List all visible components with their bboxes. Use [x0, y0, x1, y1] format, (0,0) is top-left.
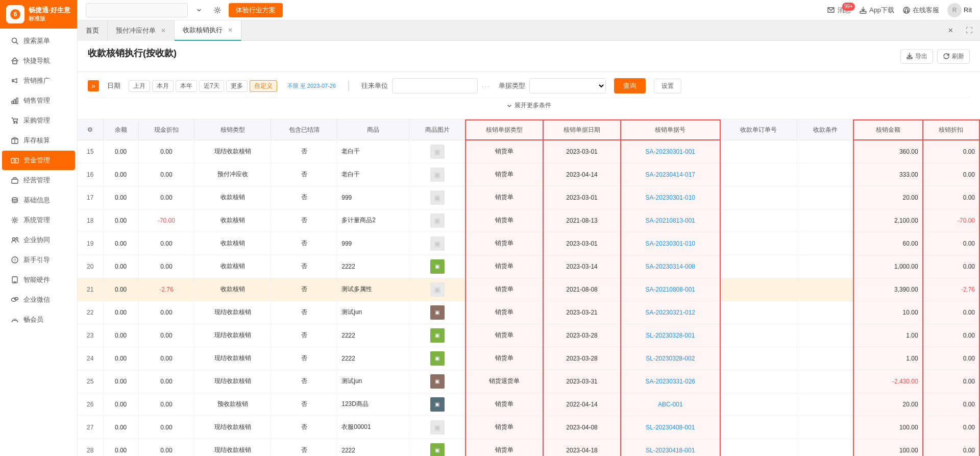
refresh-button[interactable]: 刷新: [937, 49, 970, 64]
expand-more-btn[interactable]: 展开更多条件: [88, 98, 970, 113]
bill-no-link[interactable]: SA-20230414-017: [646, 171, 695, 178]
bill-no-link[interactable]: SL-20230418-001: [646, 447, 695, 454]
date-prev-month-btn[interactable]: 上月: [129, 80, 150, 92]
solution-button[interactable]: 体验行业方案: [229, 3, 283, 17]
sidebar-item-finance[interactable]: 资金管理: [2, 151, 75, 170]
service-btn[interactable]: 在线客服: [902, 6, 939, 15]
sidebar-item-wechat[interactable]: 企业微信: [2, 290, 75, 309]
cell-cancel-amount: 20.00: [853, 393, 923, 416]
table-row: 24 0.00 0.00 现结收款核销 否 2222 ▣ 销货单 2023-03…: [78, 347, 979, 370]
bill-no-link[interactable]: SA-20230301-010: [646, 194, 695, 201]
cell-bill-no[interactable]: SA-20230321-012: [621, 301, 720, 324]
cell-bill-type: 销货单: [465, 209, 543, 232]
sidebar-item-search[interactable]: 搜索菜单: [2, 31, 75, 51]
cell-cash-discount: 0.00: [138, 324, 194, 347]
sidebar-item-system[interactable]: 系统管理: [2, 210, 75, 230]
cell-receipt-order-no: [720, 347, 797, 370]
cell-bill-date: 2023-03-14: [543, 255, 621, 278]
cell-bill-no[interactable]: SA-20230301-010: [621, 186, 720, 209]
date-more-btn[interactable]: 更多: [226, 80, 248, 92]
sidebar-item-base[interactable]: 基础信息: [2, 190, 75, 210]
cell-bill-no[interactable]: SL-20230328-001: [621, 324, 720, 347]
tab-home[interactable]: 首页: [78, 20, 108, 41]
close-window-btn[interactable]: ✕: [943, 23, 958, 38]
cell-bill-no[interactable]: SA-20230301-001: [621, 140, 720, 163]
bill-no-link[interactable]: SA-20230314-008: [646, 263, 695, 270]
app-download-btn[interactable]: App下载: [859, 6, 894, 15]
cell-product: 999: [337, 186, 409, 209]
sidebar-item-member[interactable]: V 畅会员: [2, 310, 75, 329]
bill-type-select[interactable]: [529, 78, 606, 93]
bill-no-link[interactable]: ABC-001: [658, 401, 683, 408]
bill-no-link[interactable]: SA-20230301-010: [646, 240, 695, 247]
svg-point-15: [12, 198, 17, 200]
svg-rect-27: [860, 11, 866, 13]
sidebar-item-inventory[interactable]: 库存核算: [2, 131, 75, 150]
sidebar-item-marketing[interactable]: 营销推广: [2, 71, 75, 90]
product-thumbnail: ▣: [430, 397, 445, 412]
sidebar-item-sales[interactable]: 销售管理: [2, 91, 75, 110]
filter-expand-arrow[interactable]: »: [88, 80, 99, 91]
cell-bill-no[interactable]: SL-20230418-001: [621, 439, 720, 456]
cell-bill-no[interactable]: SL-20230328-002: [621, 347, 720, 370]
cell-product-img: ▣: [409, 416, 465, 439]
bill-no-link[interactable]: SL-20230328-002: [646, 355, 695, 362]
box-icon: [10, 136, 19, 145]
user-avatar[interactable]: R Rit: [947, 3, 972, 17]
sidebar-item-quicknav[interactable]: 快捷导航: [2, 51, 75, 70]
guide-icon: ?: [10, 255, 19, 265]
maximize-window-btn[interactable]: ⛶: [962, 23, 976, 38]
bill-no-link[interactable]: SA-20230331-026: [646, 378, 695, 385]
topbar-search-input[interactable]: [86, 3, 188, 17]
topbar-settings-icon-btn[interactable]: [210, 3, 225, 17]
message-btn[interactable]: 消息 99+: [826, 6, 851, 15]
partner-input[interactable]: [392, 78, 478, 93]
tab-receipt-label: 收款核销执行: [183, 26, 223, 35]
svg-point-26: [216, 9, 219, 11]
bill-no-link[interactable]: SA-20210813-001: [646, 217, 695, 224]
tab-prepay-close[interactable]: ✕: [161, 27, 166, 34]
query-button[interactable]: 查询: [614, 78, 646, 93]
svg-rect-12: [11, 158, 18, 163]
tab-prepay[interactable]: 预付冲应付单 ✕: [108, 20, 175, 41]
date-this-year-btn[interactable]: 本年: [176, 80, 197, 92]
date-this-month-btn[interactable]: 本月: [152, 80, 174, 92]
cell-bill-no[interactable]: SA-20210808-001: [621, 278, 720, 301]
cell-cancel-amount: 60.00: [853, 232, 923, 255]
cell-bill-no[interactable]: SA-20230414-017: [621, 163, 720, 186]
cell-product: 测试jun: [337, 301, 409, 324]
tab-receipt[interactable]: 收款核销执行 ✕: [175, 20, 241, 41]
sidebar-item-operation[interactable]: 经营管理: [2, 171, 75, 190]
sidebar-item-purchase[interactable]: 采购管理: [2, 111, 75, 130]
bill-no-link[interactable]: SA-20210808-001: [646, 286, 695, 293]
sidebar-item-corp[interactable]: 企业协同: [2, 230, 75, 250]
cell-cancel-discount: 0.00: [923, 324, 979, 347]
sidebar-item-hardware[interactable]: 智能硬件: [2, 270, 75, 290]
bill-no-link[interactable]: SL-20230408-001: [646, 424, 695, 431]
cell-bill-no[interactable]: SL-20230408-001: [621, 416, 720, 439]
cell-balance: 0.00: [103, 324, 138, 347]
bill-no-link[interactable]: SL-20230328-001: [646, 332, 695, 339]
table-body: 15 0.00 0.00 现结收款核销 否 老白干 ▣ 销货单 2023-03-…: [78, 140, 979, 456]
bill-no-link[interactable]: SA-20230321-012: [646, 309, 695, 316]
cell-bill-no[interactable]: SA-20210813-001: [621, 209, 720, 232]
topbar-chevron-btn[interactable]: [192, 3, 206, 17]
sidebar-item-guide[interactable]: ? 新手引导: [2, 250, 75, 270]
cell-bill-no[interactable]: ABC-001: [621, 393, 720, 416]
cell-bill-no[interactable]: SA-20230331-026: [621, 370, 720, 393]
cell-product-img: ▣: [409, 209, 465, 232]
bill-no-link[interactable]: SA-20230301-001: [646, 148, 695, 155]
cell-cancel-amount: 3,390.00: [853, 278, 923, 301]
date-7days-btn[interactable]: 近7天: [199, 80, 224, 92]
date-custom-btn[interactable]: 自定义: [250, 80, 277, 92]
cell-receipt-order-no: [720, 255, 797, 278]
tab-receipt-close[interactable]: ✕: [228, 27, 233, 34]
table-container[interactable]: ⚙ 余额 现金折扣 核销类型 包含已结清 商品 商品图片 核销单据类型 核销单据…: [78, 119, 980, 456]
cell-bill-no[interactable]: SA-20230314-008: [621, 255, 720, 278]
settings-button[interactable]: 设置: [654, 79, 681, 93]
cell-bill-type: 销货单: [465, 278, 543, 301]
cell-bill-no[interactable]: SA-20230301-010: [621, 232, 720, 255]
cell-cancel-type: 预付冲应收: [194, 163, 271, 186]
sidebar-logo-text: 畅捷通·好生意 标准版: [29, 6, 70, 22]
export-button[interactable]: 导出: [900, 49, 933, 64]
